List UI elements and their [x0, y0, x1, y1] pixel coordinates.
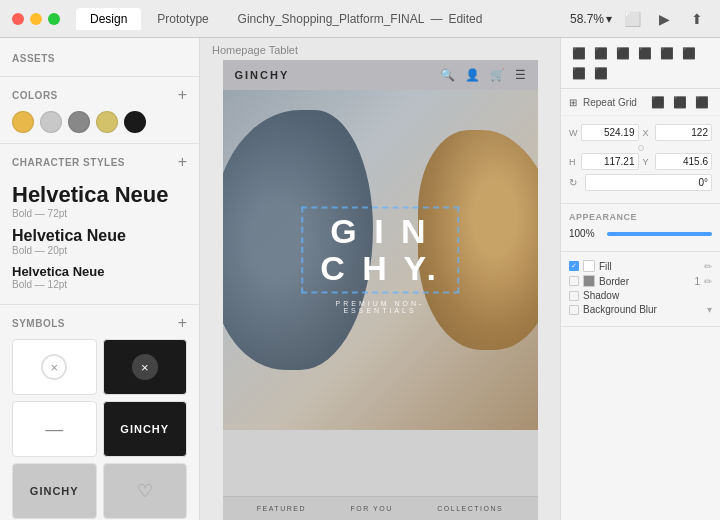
- border-row: Border 1 ✏: [569, 275, 712, 287]
- ginchy-text-symbol: GINCHY: [120, 423, 169, 435]
- properties-section: ✓ Fill ✏ Border 1 ✏ Shadow Backgroun: [561, 252, 720, 327]
- circle-x-light-icon: ×: [41, 354, 67, 380]
- distribute-h-icon[interactable]: ⬛: [635, 44, 655, 62]
- char-style-1[interactable]: Helvetica Neue Bold — 20pt: [12, 223, 187, 260]
- add-color-button[interactable]: +: [178, 87, 187, 103]
- width-field: W 524.19: [569, 124, 639, 141]
- assets-label: ASSETS: [12, 53, 55, 64]
- align-center-h-icon[interactable]: ⬛: [591, 44, 611, 62]
- rotation-value[interactable]: 0°: [585, 174, 712, 191]
- artboard[interactable]: GINCHY 🔍 👤 🛒 ☰ G I N C H Y. PREMIUM NON-…: [223, 60, 538, 520]
- fill-checkbox[interactable]: ✓: [569, 261, 579, 271]
- color-swatch-gold[interactable]: [12, 111, 34, 133]
- shadow-checkbox[interactable]: [569, 291, 579, 301]
- symbols-section: Symbols + × × — GINCHY: [0, 305, 199, 520]
- right-toolbar-top: ⬛ ⬛ ⬛ ⬛ ⬛ ⬛ ⬛ ⬛: [561, 38, 720, 89]
- maximize-button[interactable]: [48, 13, 60, 25]
- border-label: Border: [599, 276, 690, 287]
- repeat-grid-icon: ⊞: [569, 97, 577, 108]
- minimize-button[interactable]: [30, 13, 42, 25]
- align-middle-v-icon[interactable]: ⬛: [679, 44, 699, 62]
- fill-edit-icon[interactable]: ✏: [704, 261, 712, 272]
- h-label: H: [569, 157, 579, 167]
- play-icon[interactable]: ▶: [654, 8, 676, 30]
- x-field: X 122: [643, 124, 713, 141]
- border-swatch[interactable]: [583, 275, 595, 287]
- fill-label: Fill: [599, 261, 700, 272]
- left-panel: ASSETS Colors + Character Styles +: [0, 38, 200, 520]
- close-button[interactable]: [12, 13, 24, 25]
- opacity-row: 100%: [569, 228, 712, 239]
- border-edit-icon[interactable]: ✏: [704, 276, 712, 287]
- align-left-icon[interactable]: ⬛: [569, 44, 589, 62]
- artboard-logo: GINCHY: [235, 69, 290, 81]
- dimensions-section: W 524.19 X 122 H 117.21 Y 415.6: [561, 116, 720, 204]
- rotation-row: ↻ 0°: [569, 174, 712, 191]
- x-label: X: [643, 128, 653, 138]
- opacity-value: 100%: [569, 228, 603, 239]
- zoom-display[interactable]: 58.7% ▾: [570, 12, 612, 26]
- align-right-icon[interactable]: ⬛: [613, 44, 633, 62]
- footer-nav-collections[interactable]: COLLECTIONS: [437, 505, 503, 512]
- x-value[interactable]: 122: [655, 124, 713, 141]
- colors-label: Colors: [12, 90, 58, 101]
- opacity-bar[interactable]: [607, 232, 712, 236]
- search-icon: 🔍: [440, 68, 455, 82]
- bg-blur-checkbox[interactable]: [569, 305, 579, 315]
- h-value[interactable]: 117.21: [581, 153, 639, 170]
- distribute-v-icon[interactable]: ⬛: [591, 64, 611, 82]
- tab-design[interactable]: Design: [76, 8, 141, 30]
- bg-blur-expand-icon[interactable]: ▾: [707, 304, 712, 315]
- border-checkbox[interactable]: [569, 276, 579, 286]
- color-swatch-pale-gold[interactable]: [96, 111, 118, 133]
- symbol-circle-x-light[interactable]: ×: [12, 339, 97, 395]
- file-title-area: Ginchy_Shopping_Platform_FINAL — Edited: [238, 12, 483, 26]
- symbol-circle-x-dark[interactable]: ×: [103, 339, 188, 395]
- repeat-grid-actions: ⬛ ⬛ ⬛: [648, 93, 712, 111]
- char-style-2[interactable]: Helvetica Neue Bold — 12pt: [12, 260, 187, 294]
- file-title: Ginchy_Shopping_Platform_FINAL: [238, 12, 425, 26]
- rg-ungroup-icon[interactable]: ⬛: [670, 93, 690, 111]
- color-swatch-black[interactable]: [124, 111, 146, 133]
- rg-copy-icon[interactable]: ⬛: [648, 93, 668, 111]
- footer-nav-foryou[interactable]: FOR YOU: [351, 505, 393, 512]
- color-swatch-mid-gray[interactable]: [68, 111, 90, 133]
- hero-big-text: G I N C H Y.: [301, 207, 459, 294]
- shadow-row: Shadow: [569, 290, 712, 301]
- add-char-style-button[interactable]: +: [178, 154, 187, 170]
- shadow-label: Shadow: [583, 290, 712, 301]
- footer-nav-featured[interactable]: FEATURED: [257, 505, 306, 512]
- hero-subtitle: PREMIUM NON-ESSENTIALS: [301, 299, 459, 313]
- color-swatches: [12, 111, 187, 133]
- artboard-hero: G I N C H Y. PREMIUM NON-ESSENTIALS: [223, 90, 538, 430]
- color-swatch-light-gray[interactable]: [40, 111, 62, 133]
- colors-header: Colors +: [12, 87, 187, 103]
- user-icon: 👤: [465, 68, 480, 82]
- bg-blur-label: Background Blur: [583, 304, 703, 315]
- assets-header-section: ASSETS: [0, 38, 199, 77]
- share-icon[interactable]: ⬆: [686, 8, 708, 30]
- rg-settings-icon[interactable]: ⬛: [692, 93, 712, 111]
- symbols-label: Symbols: [12, 318, 65, 329]
- tab-prototype[interactable]: Prototype: [143, 8, 222, 30]
- edited-label: Edited: [448, 12, 482, 26]
- symbol-ginchy-text[interactable]: GINCHY: [103, 401, 188, 457]
- right-panel: ⬛ ⬛ ⬛ ⬛ ⬛ ⬛ ⬛ ⬛ ⊞ Repeat Grid ⬛ ⬛ ⬛ W 52: [560, 38, 720, 520]
- fill-swatch[interactable]: [583, 260, 595, 272]
- cart-icon: 🛒: [490, 68, 505, 82]
- w-value[interactable]: 524.19: [581, 124, 639, 141]
- char-style-meta-0: Bold — 72pt: [12, 208, 187, 219]
- align-bottom-icon[interactable]: ⬛: [569, 64, 589, 82]
- appearance-section: APPEARANCE 100%: [561, 204, 720, 252]
- zoom-chevron: ▾: [606, 12, 612, 26]
- char-style-0[interactable]: Helvetica Neue Bold — 72pt: [12, 178, 187, 223]
- symbol-ginchy-button[interactable]: GINCHY: [12, 463, 97, 519]
- symbol-dash[interactable]: —: [12, 401, 97, 457]
- repeat-grid-label: Repeat Grid: [583, 97, 644, 108]
- add-symbol-button[interactable]: +: [178, 315, 187, 331]
- device-icon[interactable]: ⬜: [622, 8, 644, 30]
- y-value[interactable]: 415.6: [655, 153, 713, 170]
- separator: —: [430, 12, 442, 26]
- symbol-heart[interactable]: ♡: [103, 463, 188, 519]
- align-top-icon[interactable]: ⬛: [657, 44, 677, 62]
